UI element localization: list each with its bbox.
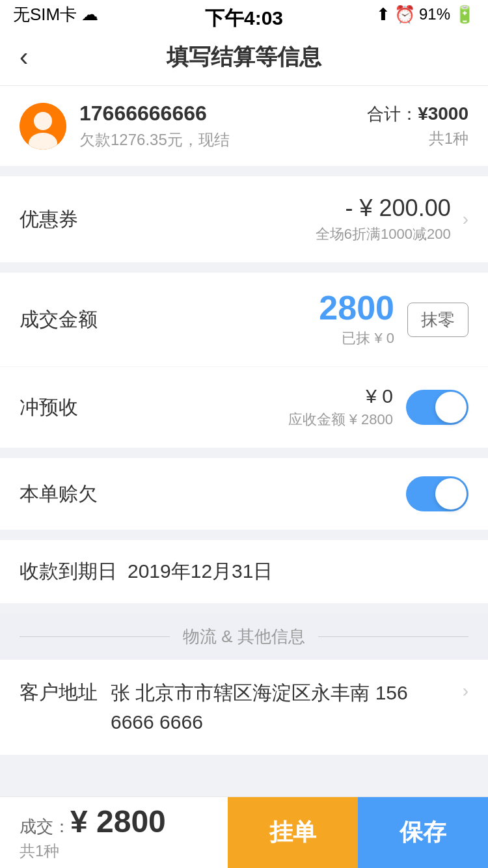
debt-label: 本单赊欠 [20, 481, 98, 508]
customer-left: 17666666666 欠款1276.35元，现结 [20, 102, 230, 150]
debt-toggle-knob [435, 478, 467, 509]
status-bar: 无SIM卡 ☁ 下午4:03 ⬆ ⏰ 91% 🔋 [0, 0, 488, 29]
due-section: 收款到期日 2019年12月31日 [0, 540, 488, 603]
hold-button[interactable]: 挂单 [228, 797, 358, 869]
svg-point-1 [34, 112, 52, 130]
back-button[interactable]: ‹ [20, 42, 28, 72]
coupon-info: - ¥ 200.00 全场6折满1000减200 [316, 195, 451, 244]
bottom-bar: 成交：¥ 2800 共1种 挂单 保存 [0, 796, 488, 868]
total-label-amount: 合计：¥3000 [367, 103, 468, 126]
charge-amount: ¥ 0 应收金额 ¥ 2800 [288, 385, 393, 429]
toggle-knob [435, 392, 467, 423]
page-title: 填写结算等信息 [167, 42, 321, 72]
due-date: 2019年12月31日 [128, 558, 273, 585]
divider-line-left [20, 636, 170, 637]
bottom-count: 共1种 [20, 841, 208, 861]
location-icon: ⬆ [376, 5, 390, 25]
customer-info: 17666666666 欠款1276.35元，现结 [79, 102, 230, 150]
deal-sub: 已抹 ¥ 0 [319, 329, 394, 348]
avatar [20, 103, 66, 150]
charge-sub: 应收金额 ¥ 2800 [288, 410, 393, 429]
customer-phone: 17666666666 [79, 102, 230, 126]
round-button[interactable]: 抹零 [407, 303, 468, 337]
debt-toggle[interactable] [406, 476, 468, 511]
total-count: 共1种 [367, 128, 468, 149]
alarm-icon: ⏰ [394, 5, 415, 25]
charge-label: 冲预收 [20, 394, 78, 421]
divider-text: 物流 & 其他信息 [183, 625, 305, 648]
save-button[interactable]: 保存 [358, 797, 488, 869]
total-label: 合计： [367, 104, 418, 124]
battery-icon: 🔋 [454, 5, 475, 25]
coupon-desc: 全场6折满1000减200 [316, 224, 451, 244]
bottom-info: 成交：¥ 2800 共1种 [0, 804, 228, 861]
customer-row: 17666666666 欠款1276.35元，现结 合计：¥3000 共1种 [0, 86, 488, 166]
status-left: 无SIM卡 ☁ [13, 3, 98, 26]
charge-row: 冲预收 ¥ 0 应收金额 ¥ 2800 [0, 367, 488, 448]
divider-line-right [318, 636, 468, 637]
sim-label: 无SIM卡 ☁ [13, 3, 98, 26]
battery-label: 91% [419, 5, 450, 23]
deal-amount-row: 成交金额 2800 已抹 ¥ 0 抹零 [0, 273, 488, 367]
amount-section: 成交金额 2800 已抹 ¥ 0 抹零 冲预收 ¥ 0 应收金额 ¥ 2800 [0, 273, 488, 448]
deal-right: 2800 已抹 ¥ 0 抹零 [319, 291, 468, 348]
debt-section: 本单赊欠 [0, 458, 488, 530]
coupon-arrow-icon: › [463, 209, 468, 230]
coupon-right: - ¥ 200.00 全场6折满1000减200 › [316, 195, 468, 244]
total-amount: ¥3000 [418, 103, 468, 124]
due-label: 收款到期日 [20, 558, 117, 585]
charge-toggle[interactable] [406, 390, 468, 425]
customer-subtext: 欠款1276.35元，现结 [79, 129, 230, 150]
nav-bar: ‹ 填写结算等信息 [0, 29, 488, 86]
charge-right: ¥ 0 应收金额 ¥ 2800 [288, 385, 468, 429]
address-arrow-icon: › [463, 681, 468, 701]
coupon-label: 优惠券 [20, 206, 78, 233]
bottom-deal-label: 成交：¥ 2800 [20, 804, 208, 839]
status-time: 下午4:03 [205, 5, 283, 32]
address-content: 张 北京市市辖区海淀区永丰南 156 6666 6666 [111, 678, 450, 737]
coupon-discount: - ¥ 200.00 [316, 195, 451, 222]
address-section[interactable]: 客户地址 张 北京市市辖区海淀区永丰南 156 6666 6666 › [0, 660, 488, 755]
content-area: 17666666666 欠款1276.35元，现结 合计：¥3000 共1种 优… [0, 86, 488, 868]
customer-total: 合计：¥3000 共1种 [367, 103, 468, 149]
deal-label: 成交金额 [20, 306, 98, 333]
coupon-row[interactable]: 优惠券 - ¥ 200.00 全场6折满1000减200 › [0, 176, 488, 262]
status-right: ⬆ ⏰ 91% 🔋 [376, 5, 475, 25]
address-label: 客户地址 [20, 679, 98, 706]
section-divider: 物流 & 其他信息 [0, 614, 488, 660]
deal-value: 2800 [319, 291, 394, 325]
deal-prefix: 成交： [20, 817, 70, 836]
charge-value: ¥ 0 [288, 385, 393, 407]
bottom-amount: ¥ 2800 [70, 804, 166, 839]
deal-value-group: 2800 已抹 ¥ 0 [319, 291, 394, 348]
